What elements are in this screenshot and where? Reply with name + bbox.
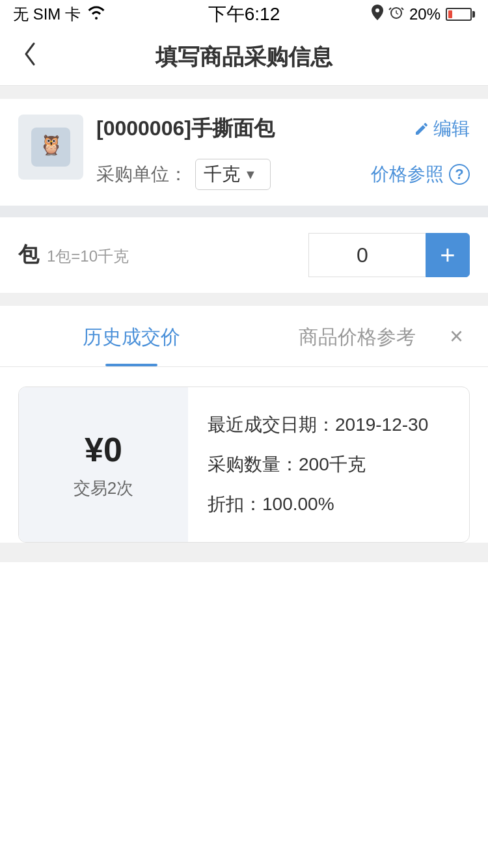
trade-count: 交易2次 xyxy=(74,477,133,500)
tab-product-price-ref-label: 商品价格参考 xyxy=(299,326,416,347)
tab-history-price[interactable]: 历史成交价 xyxy=(18,306,244,366)
status-bar: 无 SIM 卡 下午6:12 20% xyxy=(0,0,488,29)
battery-percent: 20% xyxy=(409,5,441,23)
wifi-icon xyxy=(87,5,105,23)
quantity-value: 200千克 xyxy=(299,454,366,474)
quantity-label: 包 1包=10千克 xyxy=(18,241,129,269)
alarm-icon xyxy=(388,5,404,24)
unit-value: 千克 xyxy=(204,162,240,187)
quantity-input[interactable] xyxy=(308,233,426,277)
battery-icon xyxy=(446,8,475,21)
trade-detail-quantity: 采购数量：200千克 xyxy=(208,450,450,480)
discount-label: 折扣： xyxy=(208,494,262,514)
price-ref-label: 价格参照 xyxy=(371,162,444,187)
product-header: 🦉 [0000006]手撕面包 编辑 采购单位： 千克 xyxy=(18,115,470,190)
edit-label: 编辑 xyxy=(433,116,470,141)
price-symbol: ¥ xyxy=(85,431,103,468)
status-left: 无 SIM 卡 xyxy=(13,4,105,25)
price-value: 0 xyxy=(103,431,122,468)
unit-left: 采购单位： 千克 ▼ xyxy=(96,159,271,190)
main-content xyxy=(0,562,488,868)
tabs-header: 历史成交价 商品价格参考 × xyxy=(0,306,488,367)
product-logo-icon: 🦉 xyxy=(28,124,74,170)
product-image: 🦉 xyxy=(18,115,83,180)
product-title: [0000006]手撕面包 xyxy=(96,115,275,143)
edit-button[interactable]: 编辑 xyxy=(414,116,470,141)
trade-price: ¥0 xyxy=(85,430,122,469)
recent-date-label: 最近成交日期： xyxy=(208,414,335,435)
status-time: 下午6:12 xyxy=(208,2,280,27)
quantity-input-group: + xyxy=(308,233,470,277)
section-divider xyxy=(0,206,488,217)
quantity-label-text: 采购数量： xyxy=(208,454,299,474)
product-card: 🦉 [0000006]手撕面包 编辑 采购单位： 千克 xyxy=(0,99,488,206)
plus-icon: + xyxy=(440,241,455,270)
dropdown-arrow-icon: ▼ xyxy=(244,167,257,182)
trade-card-left: ¥0 交易2次 xyxy=(19,387,188,542)
nav-bar: 填写商品采购信息 xyxy=(0,29,488,86)
tab-close-button[interactable]: × xyxy=(443,316,470,357)
svg-point-0 xyxy=(375,8,379,12)
tab-history-price-label: 历史成交价 xyxy=(83,326,180,347)
trade-detail-discount: 折扣：100.00% xyxy=(208,490,450,519)
recent-date-value: 2019-12-30 xyxy=(335,414,428,435)
status-right: 20% xyxy=(372,5,475,24)
edit-icon xyxy=(414,121,429,137)
discount-value: 100.00% xyxy=(262,494,334,514)
back-button[interactable] xyxy=(16,34,44,79)
quantity-plus-button[interactable]: + xyxy=(426,233,470,277)
product-title-row: [0000006]手撕面包 编辑 xyxy=(96,115,470,143)
svg-text:🦉: 🦉 xyxy=(39,133,64,157)
quantity-row: 包 1包=10千克 + xyxy=(0,217,488,293)
product-unit-row: 采购单位： 千克 ▼ 价格参照 ? xyxy=(96,159,470,190)
svg-line-3 xyxy=(396,13,398,14)
panel-tabs: 历史成交价 商品价格参考 × ¥0 交易2次 最近成交日期：2019-12-30… xyxy=(0,306,488,543)
unit-label: 采购单位： xyxy=(96,162,187,187)
location-icon xyxy=(372,5,383,24)
quantity-unit: 包 xyxy=(18,241,39,269)
trade-card-right: 最近成交日期：2019-12-30 采购数量：200千克 折扣：100.00% xyxy=(188,387,469,542)
price-ref-button[interactable]: 价格参照 ? xyxy=(371,162,470,187)
trade-detail-date: 最近成交日期：2019-12-30 xyxy=(208,411,450,440)
trade-card: ¥0 交易2次 最近成交日期：2019-12-30 采购数量：200千克 折扣：… xyxy=(18,387,470,543)
carrier-text: 无 SIM 卡 xyxy=(13,4,81,25)
price-ref-help-icon: ? xyxy=(449,164,470,185)
product-info: [0000006]手撕面包 编辑 采购单位： 千克 ▼ 价格 xyxy=(96,115,470,190)
page-title: 填写商品采购信息 xyxy=(156,42,332,72)
tab-product-price-ref[interactable]: 商品价格参考 xyxy=(244,306,470,366)
unit-select-dropdown[interactable]: 千克 ▼ xyxy=(195,159,271,190)
quantity-sub-unit: 1包=10千克 xyxy=(47,246,129,267)
